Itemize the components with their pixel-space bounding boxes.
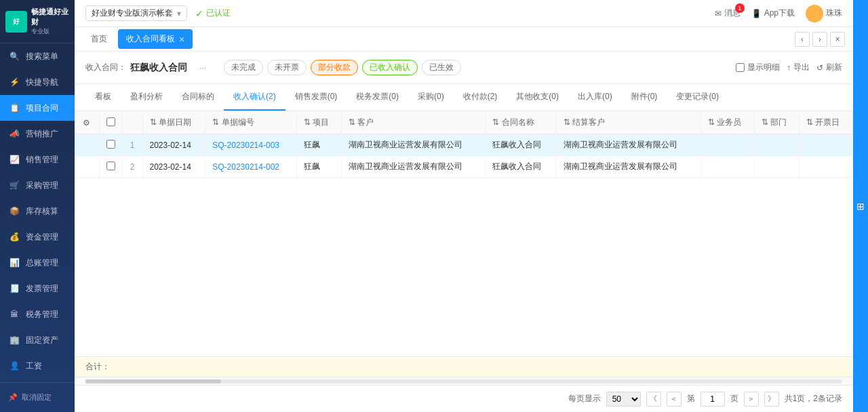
col-salesperson[interactable]: ⇅ 业务员 [701,111,754,134]
col-date[interactable]: ⇅ 单据日期 [142,111,205,134]
col-contract-name[interactable]: ⇅ 合同名称 [486,111,557,134]
prev-page-button[interactable]: ＜ [667,392,682,407]
sub-tab-inout[interactable]: 出入库(0) [568,84,622,111]
first-page-button[interactable]: 《 [646,392,661,407]
row-customer: 湖南卫视商业运营发展有限公司 [341,156,486,178]
status-uninvoiced[interactable]: 未开票 [267,60,307,75]
more-options-button[interactable]: ··· [195,62,210,74]
sidebar-item-invoice[interactable]: 🧾 发票管理 [0,276,75,301]
sub-tab-other[interactable]: 其他收支(0) [507,84,568,111]
sidebar-item-project[interactable]: 📋 项目合同 [0,95,75,121]
tab-next-button[interactable]: › [812,32,827,47]
sub-tab-revenue-confirm[interactable]: 收入确认(2) [224,84,285,111]
col-project[interactable]: ⇅ 项目 [297,111,342,134]
order-no-link[interactable]: SQ-20230214-003 [212,141,279,150]
refresh-button[interactable]: ↺ 刷新 [816,62,842,73]
sidebar-item-search[interactable]: 🔍 搜索菜单 [0,43,75,69]
row-settle-customer: 湖南卫视商业运营发展有限公司 [557,156,701,178]
sidebar-item-tax[interactable]: 🏛 税务管理 [0,301,75,327]
hr-nav-icon: 👤 [8,360,20,372]
status-confirmed[interactable]: 已收入确认 [362,60,418,75]
topbar-right: ✉ 消息 1 📱 App下载 珠珠 [715,5,842,22]
tax-nav-icon: 🏛 [8,308,20,320]
tab-contract-board[interactable]: 收入合同看板 × [118,29,193,49]
sidebar-item-general[interactable]: 📊 总账管理 [0,250,75,276]
sub-tab-purchase[interactable]: 采购(0) [408,84,454,111]
select-all-checkbox[interactable] [106,117,115,126]
sales-nav-icon: 📈 [8,153,20,166]
row-checkbox[interactable] [106,162,115,170]
sub-tab-board[interactable]: 看板 [85,84,121,111]
row-dept [755,156,800,178]
sidebar-item-sales[interactable]: 📈 销售管理 [0,147,75,172]
row-project: 狂飙 [297,156,342,178]
company-selector[interactable]: 好业财专业版演示帐套 ▾ [85,5,187,21]
row-order-no[interactable]: SQ-20230214-003 [205,134,297,156]
scrollbar-track[interactable] [85,379,842,383]
col-num [122,111,142,134]
sidebar-item-hr[interactable]: 👤 工资 [0,353,75,379]
sidebar-bottom: 📌 取消固定 [0,382,75,412]
message-button[interactable]: ✉ 消息 1 [715,7,741,19]
sub-tab-changes[interactable]: 变更记录(0) [667,84,728,111]
row-open-date [799,134,852,156]
table-row: 1 2023-02-14 SQ-20230214-003 狂飙 湖南卫视商业运营… [75,134,853,156]
col-dept[interactable]: ⇅ 部门 [755,111,800,134]
sub-tab-attachment[interactable]: 附件(0) [622,84,667,111]
tab-prev-button[interactable]: ‹ [795,32,810,47]
export-button[interactable]: ↑ 导出 [787,62,810,73]
sidebar-pin-toggle[interactable]: 📌 取消固定 [5,388,69,407]
page-number-input[interactable] [701,392,725,407]
status-partial-receipt[interactable]: 部分收款 [311,60,358,75]
col-settings[interactable]: ⚙ [75,111,99,134]
status-buttons: 未完成 未开票 部分收款 已收入确认 已生效 [224,60,461,75]
col-customer[interactable]: ⇅ 客户 [341,111,486,134]
purchase-nav-icon: 🛒 [8,179,20,191]
row-checkbox[interactable] [106,140,115,149]
sub-tab-profit[interactable]: 盈利分析 [121,84,172,111]
page-size-select[interactable]: 50 100 200 [606,392,641,407]
horizontal-scrollbar[interactable] [75,377,853,385]
row-num: 1 [122,134,142,156]
logo-text: 畅捷通好业财 专业版 [31,7,69,36]
row-date: 2023-02-14 [142,156,205,178]
next-page-button[interactable]: ＞ [744,392,759,407]
logo-icon: 好 [5,11,27,33]
last-page-button[interactable]: 》 [764,392,779,407]
right-panel-icon: ⊞ [856,201,865,212]
sub-tab-tax-invoice[interactable]: 税务发票(0) [347,84,408,111]
row-checkbox-cell[interactable] [99,134,122,156]
show-detail-toggle[interactable]: 显示明细 [736,62,780,73]
right-panel[interactable]: ⊞ [853,0,868,412]
settings-icon[interactable]: ⚙ [83,118,90,128]
col-order-no[interactable]: ⇅ 单据编号 [205,111,297,134]
sidebar-item-marketing[interactable]: 📣 营销推广 [0,121,75,147]
sidebar-item-inventory[interactable]: 📦 库存核算 [0,198,75,224]
row-open-date [799,156,852,178]
col-open-date[interactable]: ⇅ 开票日 [799,111,852,134]
sub-tab-subject[interactable]: 合同标的 [172,84,224,111]
sidebar-item-fixed-asset[interactable]: 🏢 固定资产 [0,327,75,353]
tab-close-icon[interactable]: × [179,34,184,45]
order-no-link[interactable]: SQ-20230214-002 [212,162,279,172]
row-order-no[interactable]: SQ-20230214-002 [205,156,297,178]
app-download-button[interactable]: 📱 App下载 [751,7,795,19]
sidebar-item-purchase[interactable]: 🛒 采购管理 [0,172,75,198]
sub-tabs: 看板 盈利分析 合同标的 收入确认(2) 销售发票(0) 税务发票(0) 采购(… [75,84,853,111]
sub-tab-payment[interactable]: 收付款(2) [454,84,507,111]
col-settle-customer[interactable]: ⇅ 结算客户 [557,111,701,134]
download-icon: 📱 [751,9,762,18]
data-table-container: ⚙ ⇅ 单据日期 ⇅ 单据编号 ⇅ 项目 [75,111,853,356]
user-profile[interactable]: 珠珠 [806,5,842,22]
col-checkbox[interactable] [99,111,122,134]
sidebar-item-quick-nav[interactable]: ⚡ 快捷导航 [0,69,75,95]
tab-close-all-button[interactable]: × [830,32,845,47]
tab-home[interactable]: 首页 [83,29,115,49]
sidebar-item-capital[interactable]: 💰 资金管理 [0,224,75,250]
scrollbar-thumb[interactable] [85,379,221,383]
row-checkbox-cell[interactable] [99,156,122,178]
detail-checkbox[interactable] [736,63,745,72]
status-effective[interactable]: 已生效 [422,60,461,75]
sub-tab-sales-invoice[interactable]: 销售发票(0) [285,84,347,111]
status-incomplete[interactable]: 未完成 [224,60,263,75]
